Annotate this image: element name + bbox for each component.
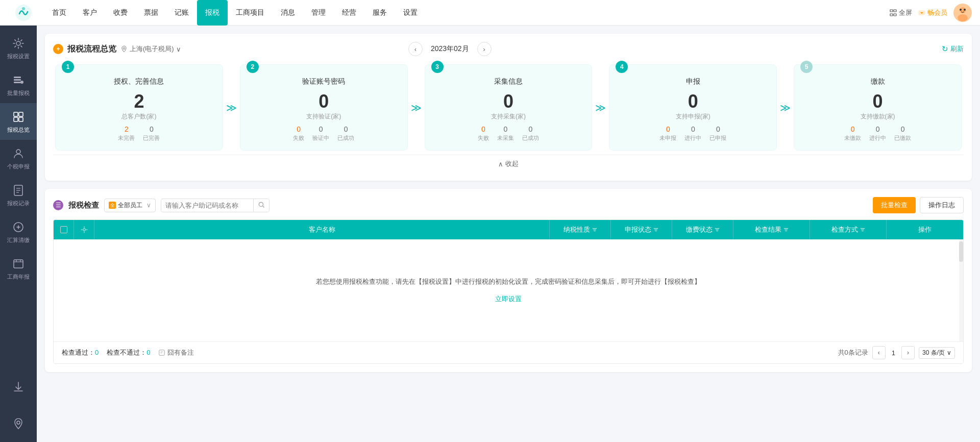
collapse-button[interactable]: ∧ 收起 [53, 155, 964, 173]
setup-link[interactable]: 立即设置 [495, 295, 522, 303]
search-button[interactable] [253, 199, 269, 212]
stat-2-0[interactable]: 0 失败 [293, 125, 304, 142]
stat-label-1-0: 未完善 [118, 134, 135, 142]
location-dropdown-icon: ∨ [176, 45, 181, 53]
step-count-4: 0 [618, 90, 768, 112]
svg-rect-15 [14, 79, 21, 81]
stat-num-4-2: 0 [716, 125, 720, 133]
th-settings[interactable] [74, 220, 94, 239]
step-subtitle-4: 支持申报(家) [618, 112, 768, 121]
staff-label: 全部员工 [118, 201, 142, 210]
nav-message[interactable]: 消息 [273, 0, 303, 26]
nav-customer[interactable]: 客户 [75, 0, 105, 26]
sidebar-item-download[interactable] [0, 369, 37, 405]
batch-check-button[interactable]: 批量检查 [873, 197, 916, 213]
next-page-button[interactable]: › [901, 346, 915, 359]
refresh-button[interactable]: ↻ 刷新 [942, 44, 964, 54]
nav-operation[interactable]: 经营 [334, 0, 364, 26]
tax-record-icon [11, 183, 26, 198]
th-declare-status: 申报状态 [611, 220, 672, 239]
nav-accounting[interactable]: 记账 [166, 0, 197, 26]
sidebar-item-location[interactable] [0, 405, 37, 442]
stat-4-0[interactable]: 0 未申报 [659, 125, 676, 142]
svg-rect-38 [159, 350, 165, 356]
vip-button[interactable]: 畅会员 [918, 8, 947, 17]
operation-log-button[interactable]: 操作日志 [920, 197, 964, 213]
stat-1-1[interactable]: 0 已完善 [143, 125, 160, 142]
top-navigation: 首页 客户 收费 票据 记账 报税 工商项目 消息 管理 经营 服务 设置 全屏… [0, 0, 980, 26]
nav-menu: 首页 客户 收费 票据 记账 报税 工商项目 消息 管理 经营 服务 设置 [44, 0, 890, 26]
stat-label-4-2: 已申报 [709, 134, 726, 142]
check-fail-count[interactable]: 0 [146, 349, 150, 356]
stat-2-2[interactable]: 0 已成功 [337, 125, 354, 142]
prev-month-button[interactable]: ‹ [408, 42, 423, 56]
sidebar-label-settlement: 汇算清缴 [7, 236, 30, 244]
svg-point-33 [17, 421, 20, 424]
step-title-5: 缴款 [802, 77, 953, 86]
nav-fee[interactable]: 收费 [105, 0, 136, 26]
sidebar-bottom [0, 369, 37, 442]
svg-point-12 [964, 9, 966, 11]
stat-5-2[interactable]: 0 已缴款 [894, 125, 911, 142]
stat-5-0[interactable]: 0 未缴款 [844, 125, 861, 142]
stat-num-1-0: 2 [125, 125, 129, 133]
user-avatar[interactable] [953, 4, 972, 22]
fullscreen-button[interactable]: 全屏 [890, 8, 912, 17]
svg-point-1 [22, 7, 25, 10]
svg-point-22 [16, 150, 20, 154]
stat-4-2[interactable]: 0 已申报 [709, 125, 726, 142]
stat-label-1-1: 已完善 [143, 134, 160, 142]
nav-manage[interactable]: 管理 [303, 0, 334, 26]
first-page-button[interactable]: ‹ [872, 346, 886, 359]
sidebar-item-tax-record[interactable]: 报税记录 [0, 177, 37, 213]
step-arrow-2: ≫ [411, 102, 422, 114]
tax-check-header: ☰ 报税检查 全 全部员工 ∨ 批量检查 操作日志 [53, 197, 964, 213]
check-pass-count[interactable]: 0 [95, 349, 99, 356]
nav-tax[interactable]: 报税 [197, 0, 228, 26]
staff-selector[interactable]: 全 全部员工 ∨ [104, 199, 156, 212]
stat-label-3-1: 未采集 [497, 134, 514, 142]
svg-point-13 [16, 41, 20, 45]
stat-num-5-1: 0 [876, 125, 880, 133]
tax-check-icon: ☰ [53, 200, 63, 210]
stat-num-3-1: 0 [504, 125, 508, 133]
nav-business[interactable]: 工商项目 [228, 0, 273, 26]
location-selector[interactable]: 上海(电子税局) ∨ [120, 44, 181, 54]
footer-note-label: 囧有备注 [167, 348, 194, 357]
tax-overview-icon [11, 110, 26, 124]
stat-5-1[interactable]: 0 进行中 [869, 125, 886, 142]
stat-1-0[interactable]: 2 未完善 [118, 125, 135, 142]
svg-rect-5 [894, 14, 896, 16]
app-logo [8, 4, 39, 22]
stat-3-0[interactable]: 0 失败 [478, 125, 489, 142]
sidebar-item-tax-overview[interactable]: 报税总览 [0, 103, 37, 140]
sidebar-label-batch-tax: 批量报税 [7, 89, 30, 97]
stat-4-1[interactable]: 0 进行中 [684, 125, 701, 142]
step-stats-5: 0 未缴款 0 进行中 0 已缴款 [802, 125, 953, 142]
nav-settings[interactable]: 设置 [395, 0, 426, 26]
stat-num-2-1: 0 [319, 125, 323, 133]
next-month-button[interactable]: › [477, 42, 492, 56]
th-check-result: 检查结果 [733, 220, 810, 239]
nav-invoice[interactable]: 票据 [136, 0, 166, 26]
stat-3-2[interactable]: 0 已成功 [522, 125, 539, 142]
svg-rect-4 [890, 14, 893, 16]
sidebar-item-tax-settings[interactable]: 报税设置 [0, 30, 37, 66]
nav-service[interactable]: 服务 [364, 0, 395, 26]
table-footer: 检查通过：0 检查不通过：0 囧有备注 共0条记录 ‹ 1 › [54, 341, 963, 363]
sidebar-item-batch-tax[interactable]: 批量报税 [0, 66, 37, 103]
sidebar-item-individual-tax[interactable]: 个税申报 [0, 140, 37, 177]
card-header: + 报税流程总览 上海(电子税局) ∨ ‹ 2023年02月 › ↻ 刷新 [53, 42, 964, 56]
page-size-selector[interactable]: 30 条/页 ∨ [919, 347, 955, 359]
sidebar-item-annual-report[interactable]: 工商年报 [0, 250, 37, 287]
select-all-checkbox[interactable] [60, 226, 67, 233]
sidebar-item-settlement[interactable]: 汇算清缴 [0, 213, 37, 250]
nav-home[interactable]: 首页 [44, 0, 75, 26]
th-checkbox[interactable] [54, 220, 74, 239]
stat-label-4-1: 进行中 [684, 134, 701, 142]
stat-3-1[interactable]: 0 未采集 [497, 125, 514, 142]
search-input[interactable] [161, 200, 253, 211]
main-layout: 报税设置 批量报税 报税总览 个税申报 报税记录 [0, 26, 980, 442]
stat-2-1[interactable]: 0 验证中 [312, 125, 329, 142]
refresh-label: 刷新 [950, 44, 964, 54]
